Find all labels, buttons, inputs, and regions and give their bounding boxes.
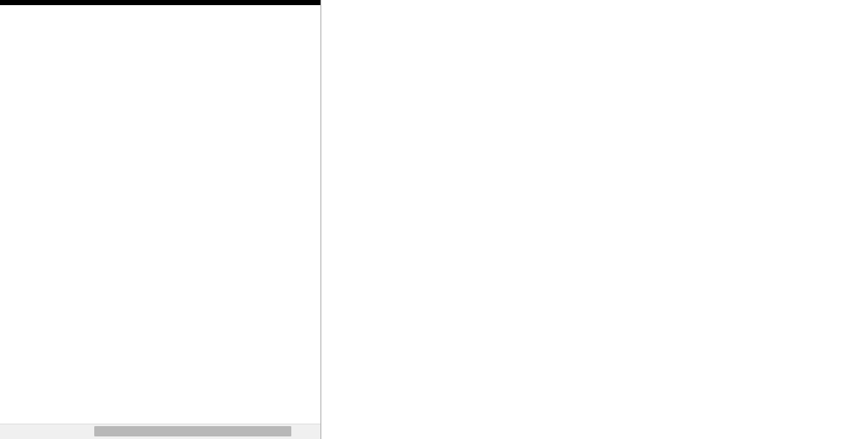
tree-pane xyxy=(0,0,321,439)
horizontal-scrollbar[interactable] xyxy=(0,424,320,439)
values-pane xyxy=(321,0,868,439)
highlight-box xyxy=(0,0,320,5)
tree-scroll[interactable] xyxy=(0,0,320,424)
horizontal-scrollbar-thumb[interactable] xyxy=(94,426,291,436)
split-container xyxy=(0,0,868,439)
